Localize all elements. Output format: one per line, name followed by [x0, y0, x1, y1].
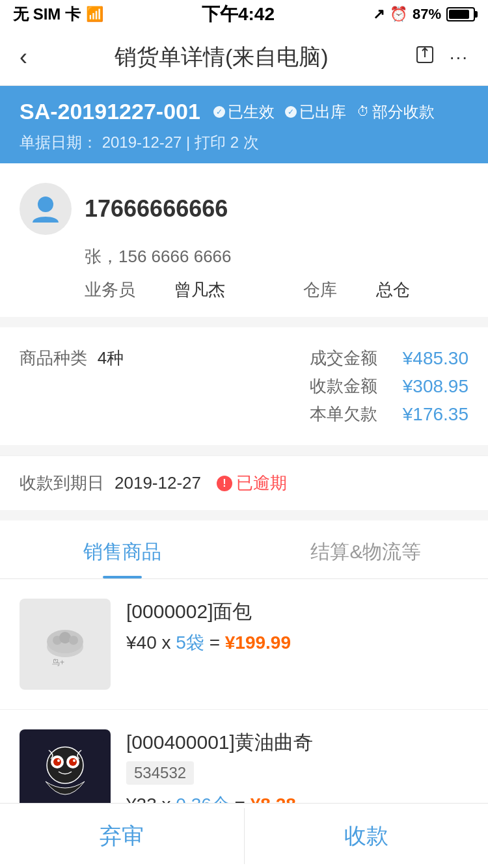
- tabs-section: 销售商品 结算&物流等: [0, 521, 488, 579]
- effective-dot: ✓: [213, 106, 225, 118]
- overdue-dot-icon: !: [217, 476, 232, 491]
- due-section: 收款到期日 2019-12-27 ! 已逾期: [0, 455, 488, 510]
- debt-row: 本单欠款 ¥176.35: [310, 403, 468, 426]
- svg-text:鸟+: 鸟+: [52, 658, 64, 667]
- stats-row: 商品种类 4种 成交金额 ¥485.30 收款金额 ¥308.95 本单欠款 ¥…: [20, 347, 468, 426]
- deal-row: 成交金额 ¥485.30: [310, 347, 468, 370]
- svg-point-7: [69, 636, 78, 645]
- battery-percent: 87%: [413, 6, 441, 23]
- banner-date: 单据日期： 2019-12-27 | 打印 2 次: [20, 132, 468, 153]
- svg-point-2: [38, 197, 53, 212]
- product-name-cookies: [000400001]黄油曲奇: [126, 729, 468, 756]
- shipped-label: 已出库: [299, 102, 346, 122]
- debt-value: ¥176.35: [390, 404, 468, 425]
- received-row: 收款金额 ¥308.95: [310, 375, 468, 398]
- sales-name: 曾凡杰: [174, 278, 225, 301]
- header-banner: SA-20191227-001 ✓ 已生效 ✓ 已出库 ⏱ 部分收款 单据日期：…: [0, 86, 488, 163]
- cancel-review-label: 弃审: [100, 823, 144, 848]
- more-icon[interactable]: ···: [450, 47, 468, 68]
- back-button[interactable]: ‹: [20, 44, 27, 71]
- stats-section: 商品种类 4种 成交金额 ¥485.30 收款金额 ¥308.95 本单欠款 ¥…: [0, 327, 488, 445]
- carrier-label: 无 SIM 卡: [13, 4, 81, 25]
- cancel-review-button[interactable]: 弃审: [0, 808, 245, 864]
- avatar: [20, 183, 72, 235]
- customer-section: 17666666666 张，156 6666 6666 业务员 曾凡杰 仓库 总…: [0, 163, 488, 317]
- stats-right: 成交金额 ¥485.30 收款金额 ¥308.95 本单欠款 ¥176.35: [310, 347, 468, 426]
- svg-point-6: [59, 632, 71, 644]
- effective-label: 已生效: [228, 102, 275, 122]
- status-tags: ✓ 已生效 ✓ 已出库 ⏱ 部分收款: [213, 102, 435, 122]
- warehouse-name: 总仓: [376, 278, 410, 301]
- product-info-bread: [0000002]面包 ¥40 x 5袋 = ¥199.99: [126, 599, 468, 655]
- status-shipped: ✓ 已出库: [285, 102, 346, 122]
- collect-payment-label: 收款: [344, 823, 388, 848]
- debt-label: 本单欠款: [310, 403, 377, 426]
- battery-bar: [446, 7, 475, 21]
- category-count: 4种: [98, 348, 124, 368]
- status-effective: ✓ 已生效: [213, 102, 275, 122]
- svg-point-15: [57, 759, 60, 762]
- received-value: ¥308.95: [390, 376, 468, 397]
- product-item-bread: 鸟+ [0000002]面包 ¥40 x 5袋 = ¥199.99: [0, 579, 488, 710]
- bottom-bar: 弃审 收款: [0, 803, 488, 868]
- received-label: 收款金额: [310, 375, 377, 398]
- collect-payment-button[interactable]: 收款: [245, 808, 489, 864]
- product-code-bread: [0000002]面包: [126, 601, 252, 622]
- gps-icon: ↗: [373, 6, 385, 23]
- status-left: 无 SIM 卡 📶: [13, 4, 103, 25]
- deal-value: ¥485.30: [390, 348, 468, 369]
- warehouse-label: 仓库: [303, 278, 337, 301]
- product-list: 鸟+ [0000002]面包 ¥40 x 5袋 = ¥199.99: [0, 579, 488, 841]
- customer-name: 17666666666: [85, 195, 228, 223]
- deal-label: 成交金额: [310, 347, 377, 370]
- order-id: SA-20191227-001: [20, 99, 200, 124]
- shipped-dot: ✓: [285, 106, 297, 118]
- stats-left: 商品种类 4种: [20, 347, 124, 370]
- due-date-value: 2019-12-27: [115, 473, 201, 493]
- wifi-icon: 📶: [86, 6, 103, 23]
- due-label: 收款到期日: [20, 472, 104, 495]
- customer-row: 17666666666: [20, 183, 468, 235]
- battery-fill: [449, 10, 469, 19]
- status-bar: 无 SIM 卡 📶 下午4:42 ↗ ⏰ 87%: [0, 0, 488, 29]
- share-icon[interactable]: [416, 46, 434, 68]
- alarm-icon: ⏰: [390, 6, 407, 23]
- product-name-bread: [0000002]面包: [126, 599, 468, 625]
- partial-label: 部分收款: [372, 102, 435, 122]
- status-partial: ⏱ 部分收款: [357, 102, 435, 122]
- time-label: 下午4:42: [202, 2, 275, 27]
- date-value: 2019-12-27: [102, 133, 182, 151]
- customer-phone: 张，156 6666 6666: [20, 245, 468, 268]
- product-thumb-bread: 鸟+: [20, 599, 111, 690]
- section-divider: [0, 510, 488, 521]
- overdue-text: 已逾期: [236, 472, 287, 495]
- page-title: 销货单详情(来自电脑): [115, 42, 329, 72]
- svg-point-14: [69, 758, 77, 766]
- product-price-bread: ¥40 x 5袋 = ¥199.99: [126, 631, 468, 655]
- nav-actions: ···: [416, 46, 468, 68]
- tab-settlement[interactable]: 结算&物流等: [244, 521, 488, 578]
- status-right: ↗ ⏰ 87%: [373, 6, 475, 23]
- print-info: | 打印 2 次: [186, 133, 259, 151]
- customer-meta: 业务员 曾凡杰 仓库 总仓: [20, 278, 468, 301]
- product-sku-cookies: 534532: [126, 761, 194, 785]
- banner-top: SA-20191227-001 ✓ 已生效 ✓ 已出库 ⏱ 部分收款: [20, 99, 468, 124]
- overdue-badge: ! 已逾期: [217, 472, 287, 495]
- nav-bar: ‹ 销货单详情(来自电脑) ···: [0, 29, 488, 86]
- sales-label: 业务员: [85, 278, 135, 301]
- tab-sales-products[interactable]: 销售商品: [0, 521, 244, 578]
- svg-point-13: [53, 758, 61, 766]
- date-label: 单据日期：: [20, 133, 98, 151]
- svg-point-16: [73, 759, 75, 762]
- category-label: 商品种类: [20, 348, 87, 368]
